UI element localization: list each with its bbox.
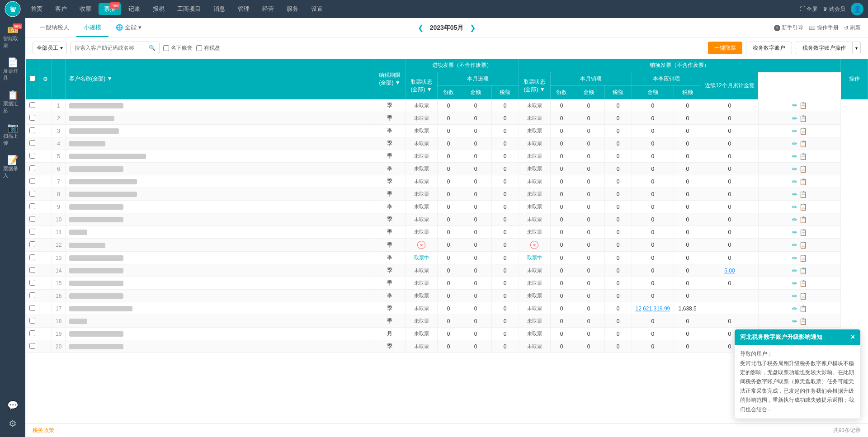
edit-icon[interactable]: ✏ — [792, 254, 797, 262]
nav-ticket[interactable]: 票据 new — [99, 3, 121, 15]
row-checkbox[interactable] — [29, 330, 35, 336]
nav-bookkeeping[interactable]: 记账 — [123, 3, 146, 15]
tab-small-scale[interactable]: 小规模 — [76, 19, 108, 37]
copy-icon[interactable]: 📋 — [799, 127, 807, 135]
row-checkbox[interactable] — [29, 229, 35, 235]
settings-icon[interactable]: ⚙ — [43, 76, 48, 82]
sub-ledger-checkbox[interactable] — [163, 45, 169, 51]
row-checkbox[interactable] — [29, 216, 35, 222]
copy-icon[interactable]: 📋 — [799, 254, 807, 262]
nav-manage[interactable]: 管理 — [232, 3, 255, 15]
edit-icon[interactable]: ✏ — [792, 229, 797, 236]
employee-select[interactable]: 全部员工 ▾ — [33, 42, 67, 54]
nav-settings[interactable]: 设置 — [306, 3, 328, 15]
copy-icon[interactable]: 📋 — [799, 280, 807, 287]
q-amount-link[interactable]: 12,621,319.99 — [636, 305, 670, 312]
sidebar-item-ticket-entry[interactable]: 📝 票据录入 — [1, 152, 24, 183]
nav-business[interactable]: 工商项目 — [172, 3, 206, 15]
row-checkbox[interactable] — [29, 241, 35, 247]
sidebar-settings-btn[interactable]: ⚙ — [1, 414, 24, 432]
refresh-btn[interactable]: ↺ 刷新 — [844, 24, 861, 32]
edit-icon[interactable]: ✏ — [792, 318, 797, 325]
edit-icon[interactable]: ✏ — [792, 127, 797, 135]
edit-icon[interactable]: ✏ — [792, 102, 797, 109]
nav-messages[interactable]: 消息 — [208, 3, 231, 15]
row-checkbox[interactable] — [29, 178, 35, 184]
sidebar-item-invoice-open[interactable]: 📄 发票开具 — [1, 54, 24, 85]
has-tax-checkbox-label[interactable]: 有税盘 — [196, 44, 220, 52]
copy-icon[interactable]: 📋 — [799, 318, 807, 325]
copy-icon[interactable]: 📋 — [799, 292, 807, 300]
edit-icon[interactable]: ✏ — [792, 280, 797, 287]
sub-ledger-checkbox-label[interactable]: 名下账套 — [163, 44, 193, 52]
tab-general-taxpayer[interactable]: 一般纳税人 — [33, 19, 76, 37]
edit-icon[interactable]: ✏ — [792, 191, 797, 198]
copy-icon[interactable]: 📋 — [799, 115, 807, 122]
row-checkbox[interactable] — [29, 102, 35, 108]
row-checkbox[interactable] — [29, 140, 35, 146]
tax-digital-ops-btn[interactable]: 税务数字账户操作 — [796, 42, 852, 54]
edit-icon[interactable]: ✏ — [792, 305, 797, 312]
copy-icon[interactable]: 📋 — [799, 153, 807, 160]
nav-receive-ticket[interactable]: 收票 — [74, 3, 97, 15]
row-checkbox[interactable] — [29, 280, 35, 286]
row-checkbox[interactable] — [29, 127, 35, 133]
row-checkbox[interactable] — [29, 165, 35, 171]
row-checkbox[interactable] — [29, 203, 35, 209]
new-guide-btn[interactable]: ? 新手引导 — [774, 24, 803, 32]
sidebar-item-ticket-summary[interactable]: 📋 票据汇总 — [1, 87, 24, 117]
row-checkbox[interactable] — [29, 267, 35, 273]
next-month-btn[interactable]: ❯ — [467, 23, 478, 33]
row-checkbox[interactable] — [29, 115, 35, 121]
user-avatar[interactable]: 👤 — [851, 3, 863, 15]
one-click-ticket-btn[interactable]: 一键取票 — [708, 42, 742, 54]
edit-icon[interactable]: ✏ — [792, 203, 797, 211]
row-checkbox[interactable] — [29, 305, 35, 311]
has-tax-checkbox[interactable] — [196, 45, 202, 51]
edit-icon[interactable]: ✏ — [792, 178, 797, 185]
edit-icon[interactable]: ✏ — [792, 267, 797, 274]
app-logo[interactable]: 智 — [5, 1, 21, 17]
tab-all-capable[interactable]: 🌐 全能 ▾ — [108, 19, 149, 37]
edit-icon[interactable]: ✏ — [792, 292, 797, 300]
search-icon[interactable]: 🔍 — [149, 45, 156, 51]
copy-icon[interactable]: 📋 — [799, 305, 807, 312]
tax-policy-link[interactable]: 税务政策 — [33, 427, 54, 434]
row-checkbox[interactable] — [29, 191, 35, 197]
copy-icon[interactable]: 📋 — [799, 102, 807, 109]
search-input[interactable] — [75, 45, 147, 51]
cumulative-link[interactable]: 5.00 — [724, 268, 735, 274]
fullscreen-btn[interactable]: ⛶ 全屏 — [800, 5, 817, 13]
copy-icon[interactable]: 📋 — [799, 241, 807, 249]
nav-tax[interactable]: 报税 — [147, 3, 170, 15]
row-checkbox[interactable] — [29, 153, 35, 159]
copy-icon[interactable]: 📋 — [799, 165, 807, 173]
manual-btn[interactable]: 📖 操作手册 — [809, 24, 839, 32]
nav-client[interactable]: 客户 — [50, 3, 72, 15]
edit-icon[interactable]: ✏ — [792, 153, 797, 160]
row-checkbox[interactable] — [29, 292, 35, 298]
row-checkbox[interactable] — [29, 343, 35, 349]
edit-icon[interactable]: ✏ — [792, 140, 797, 147]
notification-close-btn[interactable]: × — [851, 334, 855, 341]
nav-operations[interactable]: 经营 — [257, 3, 279, 15]
vip-btn[interactable]: ♛ 购会员 — [823, 5, 845, 13]
edit-icon[interactable]: ✏ — [792, 165, 797, 173]
edit-icon[interactable]: ✏ — [792, 241, 797, 249]
edit-icon[interactable]: ✏ — [792, 115, 797, 122]
nav-home[interactable]: 首页 — [25, 3, 48, 15]
nav-service[interactable]: 服务 — [281, 3, 304, 15]
tax-digital-ops-caret[interactable]: ▾ — [852, 42, 861, 54]
copy-icon[interactable]: 📋 — [799, 229, 807, 236]
prev-month-btn[interactable]: ❮ — [415, 23, 426, 33]
copy-icon[interactable]: 📋 — [799, 216, 807, 223]
sidebar-item-smart-ticket[interactable]: 🎫 智能取票 new — [1, 22, 24, 52]
sidebar-chat-btn[interactable]: 💬 — [1, 396, 24, 414]
copy-icon[interactable]: 📋 — [799, 191, 807, 198]
tax-digital-account-btn[interactable]: 税务数字账户 — [746, 42, 792, 54]
copy-icon[interactable]: 📋 — [799, 203, 807, 211]
row-checkbox[interactable] — [29, 318, 35, 324]
copy-icon[interactable]: 📋 — [799, 178, 807, 185]
select-all-checkbox[interactable] — [29, 75, 35, 81]
edit-icon[interactable]: ✏ — [792, 216, 797, 223]
